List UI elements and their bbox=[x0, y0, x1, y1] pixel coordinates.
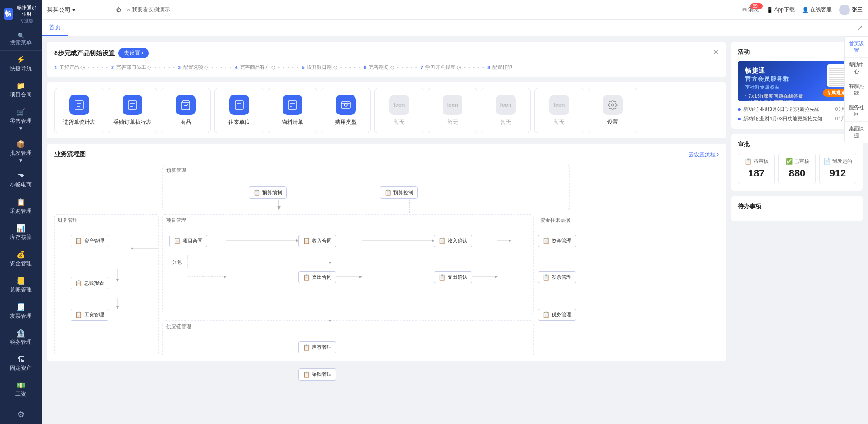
icon-card-bom[interactable]: 物料清单 bbox=[268, 88, 317, 133]
setup-step-1: 1 了解产品 ◎ bbox=[54, 64, 85, 71]
svg-point-17 bbox=[344, 104, 347, 106]
sidebar-item-quicknav[interactable]: ⚡ 快捷导航 bbox=[0, 51, 42, 77]
sidebar-search[interactable]: 🔍 搜索菜单 bbox=[0, 29, 42, 51]
icon-card-settings[interactable]: 设置 bbox=[588, 88, 637, 133]
setup-step-2: 2 完善部门员工 ◎ bbox=[111, 64, 152, 71]
sidebar-item-ecommerce[interactable]: 🛍 小畅电商 bbox=[0, 167, 42, 193]
setup-step-5: 5 设开账日期 ◎ bbox=[302, 64, 338, 71]
demo-link[interactable]: ○ 我要看实例演示 bbox=[127, 6, 170, 14]
svg-text:供应链管理: 供应链管理 bbox=[166, 324, 191, 329]
tabbar-expand-icon[interactable]: ⤢ bbox=[851, 24, 868, 32]
setup-step-8: 8 配置打印 bbox=[487, 64, 512, 71]
retail-arrow-icon: ▼ bbox=[19, 126, 23, 131]
sidebar-item-purchase[interactable]: 📋 采购管理 bbox=[0, 193, 42, 219]
icon-card-empty-1[interactable]: Icon 暂无 bbox=[374, 88, 424, 133]
node-invoice-mgmt[interactable]: 📋 发票管理 bbox=[538, 271, 576, 283]
purchase-icon: 📋 bbox=[16, 198, 25, 206]
icon-card-partner[interactable]: 往来单位 bbox=[214, 88, 264, 133]
sidebar-item-salary[interactable]: 💵 工资 bbox=[0, 376, 42, 403]
right-nav: 首页设置 帮助中心 客服热线 服务社区 桌面快捷 bbox=[844, 36, 868, 143]
node-inventory-mgmt[interactable]: 📋 库存管理 bbox=[298, 341, 336, 353]
setup-btn[interactable]: 去设置 › bbox=[118, 48, 149, 58]
retail-icon: 🛒 bbox=[16, 108, 25, 116]
search-icon: 🔍 bbox=[18, 33, 24, 39]
company-selector[interactable]: 某某公司 ▾ bbox=[47, 6, 110, 14]
approval-card-pending[interactable]: 📋 待审核 187 bbox=[738, 153, 775, 184]
app-download-icon: 📱 bbox=[766, 7, 773, 13]
icon-card-purchase-order[interactable]: 采购订单执行表 bbox=[108, 88, 157, 133]
income-confirm-icon: 📋 bbox=[439, 238, 446, 244]
messages-badge: 99+ bbox=[750, 3, 763, 9]
node-salary-mgmt[interactable]: 📋 工资管理 bbox=[71, 309, 108, 321]
icon-card-empty-2[interactable]: Icon 暂无 bbox=[428, 88, 477, 133]
sidebar-item-generalledger[interactable]: 📒 总账管理 bbox=[0, 272, 42, 298]
node-tax-mgmt[interactable]: 📋 税务管理 bbox=[538, 309, 576, 321]
sidebar-item-tax[interactable]: 🏦 税务管理 bbox=[0, 324, 42, 351]
node-budget-control[interactable]: 📋 预算编制 bbox=[249, 186, 287, 199]
approval-done-icon: ✅ bbox=[785, 158, 793, 165]
approval-pending-icon: 📋 bbox=[745, 158, 752, 165]
node-asset-mgmt[interactable]: 📋 资产管理 bbox=[71, 235, 108, 247]
sidebar-item-inventory[interactable]: 📊 库存核算 bbox=[0, 219, 42, 246]
approval-card-mine[interactable]: 📄 我发起的 912 bbox=[819, 153, 856, 184]
node-expense-confirm[interactable]: 📋 支出确认 bbox=[434, 271, 472, 283]
svg-text:资金往来票据: 资金往来票据 bbox=[540, 217, 570, 223]
node-general-ledger[interactable]: 📋 总账报表 bbox=[71, 277, 108, 289]
approval-mine-icon: 📄 bbox=[823, 158, 830, 165]
bom-icon bbox=[283, 95, 302, 115]
online-service-button[interactable]: 👤 在线客服 bbox=[802, 6, 832, 14]
icon-card-inventory-report[interactable]: 进货单统计表 bbox=[54, 88, 104, 133]
activity-banner[interactable]: 畅捷通 官方会员服务群 享社群专属权益 · 7x15h深度问题在线答疑 · 社群… bbox=[738, 61, 856, 101]
icon-card-empty-4[interactable]: Icon 暂无 bbox=[534, 88, 584, 133]
approval-section: 审批 📋 待审核 187 ✅ 已审核 880 bbox=[731, 134, 863, 191]
svg-rect-26 bbox=[163, 321, 533, 355]
node-income-confirm[interactable]: 📋 收入确认 bbox=[434, 235, 472, 247]
node-expense-contract[interactable]: 📋 支出合同 bbox=[298, 271, 336, 283]
flow-setting-link[interactable]: 去设置流程 › bbox=[689, 151, 719, 158]
setup-close-icon[interactable]: ✕ bbox=[713, 48, 719, 57]
sidebar-item-capital[interactable]: 💰 资金管理 bbox=[0, 246, 42, 272]
settings-quick-icon bbox=[603, 95, 623, 115]
service-icon: 👤 bbox=[802, 7, 809, 13]
messages-button[interactable]: ✉ 消息 99+ bbox=[742, 6, 759, 14]
sidebar-item-invoice[interactable]: 🧾 发票管理 bbox=[0, 298, 42, 324]
node-budget-exec[interactable]: 📋 预算控制 bbox=[380, 186, 418, 199]
node-project-contract[interactable]: 📋 项目合同 bbox=[169, 235, 207, 247]
right-nav-hotline[interactable]: 客服热线 bbox=[845, 79, 868, 100]
app-download-button[interactable]: 📱 App下载 bbox=[766, 6, 795, 14]
svg-text:预算管理: 预算管理 bbox=[166, 167, 186, 173]
right-nav-home[interactable]: 首页设置 bbox=[845, 37, 868, 58]
sidebar-settings-bottom[interactable]: ⚙ bbox=[0, 405, 42, 424]
icon-card-cost-type[interactable]: 费用类型 bbox=[321, 88, 371, 133]
right-nav-community[interactable]: 服务社区 bbox=[845, 100, 868, 122]
right-nav-desktop[interactable]: 桌面快捷 bbox=[845, 122, 868, 143]
news-item-1: 新功能|业财3月6日功能更新抢先知 03月06日 bbox=[738, 106, 856, 113]
budget-exec-icon: 📋 bbox=[384, 189, 392, 196]
icon-grid: 进货单统计表 采购订单执行表 商品 bbox=[54, 88, 719, 133]
topbar-settings-icon[interactable]: ⚙ bbox=[116, 6, 122, 14]
setup-banner: 8步完成产品初始设置 去设置 › 1 了解产品 ◎ - - - - - 2 完善… bbox=[47, 42, 726, 77]
sidebar-item-retail[interactable]: 🛒 零售管理 ▼ bbox=[0, 103, 42, 135]
svg-rect-20 bbox=[163, 165, 570, 210]
icon-card-goods[interactable]: 商品 bbox=[161, 88, 211, 133]
node-capital-mgmt[interactable]: 📋 资金管理 bbox=[538, 235, 576, 247]
tab-home[interactable]: 首页 bbox=[42, 20, 68, 36]
invoice-icon: 🧾 bbox=[16, 303, 25, 311]
svg-rect-16 bbox=[341, 102, 350, 108]
node-purchase-mgmt[interactable]: 📋 采购管理 bbox=[298, 368, 336, 381]
sidebar-item-fixedasset[interactable]: 🏗 固定资产 bbox=[0, 351, 42, 376]
sidebar: 畅 畅捷通好业财 专业版 🔍 搜索菜单 ⚡ 快捷导航 📁 项目合同 🛒 零售管理… bbox=[0, 0, 42, 424]
app-name: 畅捷通好业财 bbox=[16, 5, 38, 18]
approval-card-done[interactable]: ✅ 已审核 880 bbox=[778, 153, 816, 184]
icon-card-empty-3[interactable]: Icon 暂无 bbox=[481, 88, 531, 133]
user-menu[interactable]: 张三 bbox=[839, 5, 863, 15]
node-income-contract[interactable]: 📋 收入合同 bbox=[298, 235, 336, 247]
sidebar-item-wholesale[interactable]: 📦 批发管理 ▼ bbox=[0, 135, 42, 167]
right-nav-help[interactable]: 帮助中心 bbox=[845, 58, 868, 79]
pending-title: 待办事项 bbox=[738, 202, 856, 210]
flow-title: 业务流程图 bbox=[54, 150, 86, 158]
sidebar-nav: ⚡ 快捷导航 📁 项目合同 🛒 零售管理 ▼ 📦 批发管理 ▼ 🛍 小畅电商 📋… bbox=[0, 51, 42, 405]
setup-step-4: 4 完善商品客户 ◎ bbox=[235, 64, 276, 71]
approval-mine-count: 912 bbox=[822, 167, 853, 179]
sidebar-item-projectcontract[interactable]: 📁 项目合同 bbox=[0, 77, 42, 103]
